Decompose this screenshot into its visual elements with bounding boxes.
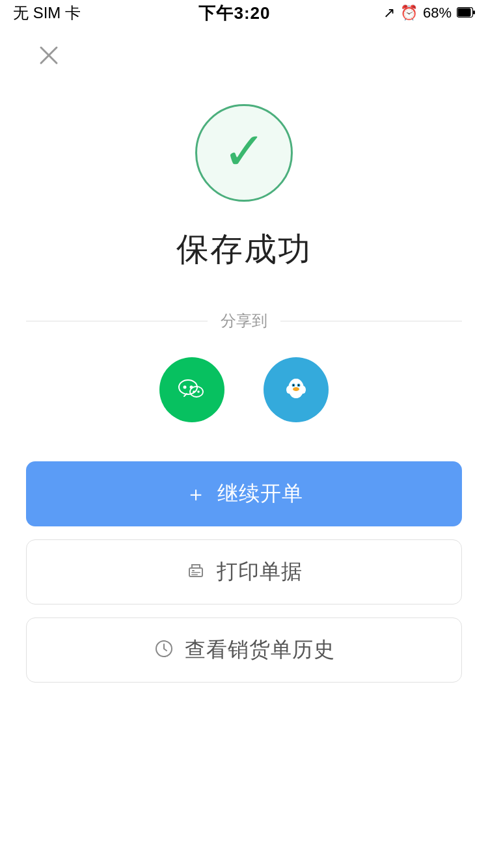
svg-rect-1 (457, 8, 470, 17)
status-time: 下午3:20 (198, 2, 270, 25)
carrier-text: 无 SIM 卡 (13, 3, 81, 23)
close-btn-row (26, 26, 462, 91)
main-content: ✓ 保存成功 分享到 (0, 26, 488, 868)
status-bar: 无 SIM 卡 下午3:20 ↗ ⏰ 68% (0, 0, 488, 26)
location-icon: ↗ (383, 5, 395, 21)
success-title: 保存成功 (176, 228, 312, 271)
share-label: 分享到 (221, 310, 267, 331)
continue-order-button[interactable]: ＋ 继续开单 (26, 461, 462, 526)
svg-rect-23 (191, 574, 198, 575)
svg-point-16 (298, 385, 299, 386)
share-section: 分享到 (26, 310, 462, 422)
close-button[interactable] (33, 39, 65, 72)
view-history-label: 查看销货单历史 (185, 636, 335, 664)
svg-point-17 (293, 387, 299, 391)
svg-point-9 (193, 390, 195, 393)
svg-point-10 (197, 390, 200, 393)
svg-point-15 (293, 385, 294, 386)
svg-rect-2 (473, 10, 475, 14)
svg-rect-20 (293, 396, 299, 398)
print-receipt-button[interactable]: 打印单据 (26, 539, 462, 604)
svg-point-6 (183, 386, 187, 389)
buttons-section: ＋ 继续开单 打印单据 (26, 461, 462, 683)
alarm-icon: ⏰ (400, 5, 418, 21)
print-receipt-label: 打印单据 (217, 558, 303, 586)
share-icons-row (26, 357, 462, 422)
svg-rect-24 (192, 570, 195, 571)
continue-order-label: 继续开单 (217, 480, 303, 508)
status-right: ↗ ⏰ 68% (383, 5, 475, 21)
svg-point-19 (301, 386, 306, 394)
success-circle: ✓ (195, 104, 293, 202)
plus-icon: ＋ (185, 483, 207, 504)
wechat-share-button[interactable] (159, 357, 224, 422)
svg-point-18 (286, 386, 291, 394)
clock-icon (154, 638, 174, 662)
success-icon-container: ✓ (195, 104, 293, 202)
battery-icon (457, 5, 475, 21)
checkmark-icon: ✓ (223, 126, 266, 178)
svg-rect-22 (191, 572, 200, 573)
view-history-button[interactable]: 查看销货单历史 (26, 617, 462, 683)
printer-icon (185, 560, 206, 584)
divider-right (280, 321, 462, 321)
status-left: 无 SIM 卡 (13, 3, 86, 23)
battery-percent: 68% (423, 5, 452, 21)
share-divider-row: 分享到 (26, 310, 462, 331)
divider-left (26, 321, 208, 321)
qq-share-button[interactable] (264, 357, 329, 422)
